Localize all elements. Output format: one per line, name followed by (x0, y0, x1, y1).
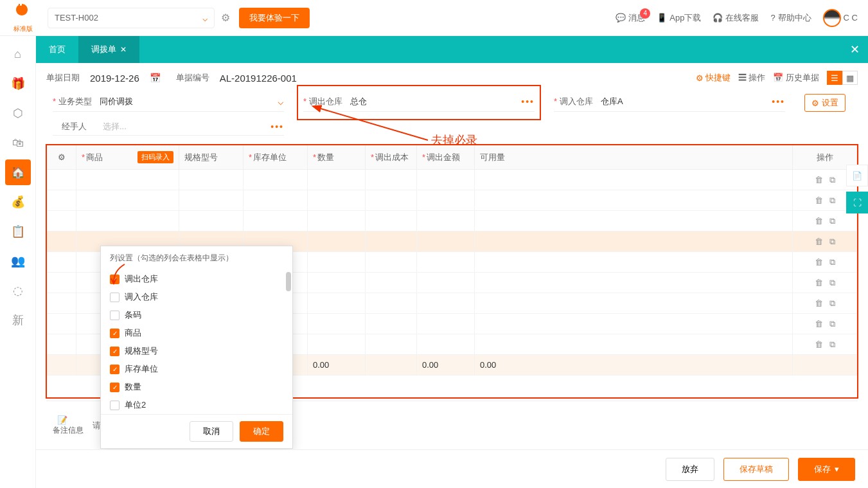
delete-icon[interactable]: 🗑 (815, 339, 823, 350)
user-menu[interactable]: C C (823, 9, 858, 27)
handler-field[interactable]: 经手人 选择... ••• (53, 121, 284, 136)
more-icon[interactable]: ••• (270, 122, 284, 132)
checkbox[interactable] (110, 311, 120, 320)
th-product-label: 商品 (86, 152, 103, 163)
delete-icon[interactable]: 🗑 (815, 216, 823, 226)
checkbox[interactable]: ✓ (110, 383, 120, 392)
delete-icon[interactable]: 🗑 (815, 195, 823, 206)
page-footer: 放弃 保存草稿 保存▾ (36, 449, 868, 488)
config-button[interactable]: ⚙设置 (804, 94, 846, 112)
messages-link[interactable]: 💬 消息 4 (616, 12, 645, 24)
delete-icon[interactable]: 🗑 (815, 237, 823, 247)
online-service-link[interactable]: 🎧 在线客服 (713, 12, 759, 24)
nav-finance-icon[interactable]: 💰 (5, 189, 31, 215)
remarks-label: 备注信息 (53, 425, 84, 436)
nav-report-icon[interactable]: 📋 (5, 219, 31, 244)
nav-home-icon[interactable]: ⌂ (5, 41, 31, 67)
column-option-label: 库存单位 (125, 363, 158, 375)
table-row[interactable]: 🗑⧉ (47, 170, 857, 190)
float-fullscreen-button[interactable]: ⛶ (846, 192, 868, 213)
biz-type-field[interactable]: * 业务类型 同价调拨 ⌵ (53, 94, 284, 112)
save-button[interactable]: 保存▾ (798, 458, 855, 481)
trial-button[interactable]: 我要体验一下 (239, 8, 310, 28)
copy-icon[interactable]: ⧉ (829, 319, 835, 329)
cancel-button[interactable]: 取消 (190, 421, 233, 442)
copy-icon[interactable]: ⧉ (829, 298, 835, 309)
view-list-button[interactable]: ☰ (827, 71, 842, 85)
column-option[interactable]: ✓商品 (110, 324, 283, 342)
copy-icon[interactable]: ⧉ (829, 278, 835, 288)
save-draft-button[interactable]: 保存草稿 (723, 458, 789, 481)
copy-icon[interactable]: ⧉ (829, 339, 835, 350)
popup-footer: 取消 确定 (101, 414, 292, 448)
checkbox[interactable]: ✓ (110, 365, 120, 374)
checkbox[interactable]: ✓ (110, 329, 120, 338)
popup-title: 列设置（勾选的列会在表格中显示） (101, 246, 292, 270)
gear-icon[interactable]: ⚙ (221, 12, 230, 24)
help-center-link[interactable]: ? 帮助中心 (770, 12, 811, 24)
tabs-close-all[interactable]: ✕ (841, 36, 868, 63)
column-option[interactable]: ✓库存单位 (110, 360, 283, 378)
nav-warehouse-icon[interactable]: 🏠 (5, 159, 31, 185)
table-row[interactable]: 🗑⧉ (47, 190, 857, 211)
doc-date-value[interactable]: 2019-12-26 (90, 73, 139, 84)
delete-icon[interactable]: 🗑 (815, 278, 823, 288)
checkbox[interactable] (110, 401, 120, 410)
more-icon[interactable]: ••• (772, 96, 785, 107)
org-selector[interactable]: TEST-H002 ⌵ (48, 8, 215, 28)
nav-sales-icon[interactable]: 🛍 (5, 130, 31, 156)
checkbox[interactable] (110, 293, 120, 302)
copy-icon[interactable]: ⧉ (829, 237, 835, 247)
popup-list[interactable]: ✓调出仓库调入仓库条码✓商品✓规格型号✓库存单位✓数量单位2 (101, 270, 292, 414)
in-warehouse-label: 调入仓库 (560, 96, 601, 107)
th-cost: *调出成本 (366, 145, 417, 169)
delete-icon[interactable]: 🗑 (815, 257, 823, 267)
tab-transfer[interactable]: 调拨单 ✕ (78, 36, 139, 63)
scan-button[interactable]: 扫码录入 (137, 151, 173, 163)
column-option[interactable]: ✓规格型号 (110, 342, 283, 360)
confirm-button[interactable]: 确定 (240, 421, 283, 442)
in-warehouse-field[interactable]: * 调入仓库 仓库A ••• (554, 94, 785, 112)
nav-gift-icon[interactable]: 🎁 (5, 71, 31, 96)
column-settings-button[interactable]: ⚙ (47, 145, 76, 169)
column-option[interactable]: ✓数量 (110, 378, 283, 396)
shortcut-link[interactable]: ⚙快捷键 (696, 72, 731, 84)
copy-icon[interactable]: ⧉ (829, 216, 835, 226)
close-icon[interactable]: ✕ (120, 45, 127, 54)
copy-icon[interactable]: ⧉ (829, 195, 835, 206)
column-option-label: 规格型号 (125, 345, 158, 357)
delete-icon[interactable]: 🗑 (815, 319, 823, 329)
nav-contacts-icon[interactable]: 👥 (5, 248, 31, 274)
header-right: 💬 消息 4 📱 App下载 🎧 在线客服 ? 帮助中心 C C (616, 9, 858, 27)
delete-icon[interactable]: 🗑 (815, 175, 823, 185)
footer-amount: 0.00 (417, 355, 475, 375)
calendar-icon[interactable]: 📅 (150, 73, 161, 83)
copy-icon[interactable]: ⧉ (829, 257, 835, 267)
column-option[interactable]: 条码 (110, 306, 283, 324)
column-option[interactable]: 单位2 (110, 396, 283, 414)
nav-purchase-icon[interactable]: ⬡ (5, 100, 31, 126)
table-row[interactable]: 🗑⧉ (47, 211, 857, 231)
column-option[interactable]: ✓调出仓库 (110, 270, 283, 288)
nav-new-icon[interactable]: 新 (5, 307, 31, 333)
delete-icon[interactable]: 🗑 (815, 298, 823, 309)
checkbox[interactable]: ✓ (110, 275, 120, 284)
app-download-link[interactable]: 📱 App下载 (657, 12, 701, 24)
column-option-label: 调出仓库 (125, 273, 158, 285)
checkbox[interactable]: ✓ (110, 347, 120, 356)
logo-edition: 标准版 (10, 24, 36, 33)
operate-link[interactable]: ☰ 操作 (738, 72, 766, 84)
tab-home[interactable]: 首页 (36, 36, 78, 63)
discard-button[interactable]: 放弃 (666, 458, 714, 481)
more-icon[interactable]: ••• (521, 96, 535, 107)
float-note-button[interactable]: 📄 (846, 165, 868, 186)
view-grid-button[interactable]: ▦ (842, 71, 858, 85)
copy-icon[interactable]: ⧉ (829, 175, 835, 185)
nav-settings-icon[interactable]: ◌ (5, 278, 31, 303)
headset-icon: 🎧 (713, 13, 723, 23)
out-warehouse-field[interactable]: * 调出仓库 总仓 ••• (303, 94, 535, 112)
column-option[interactable]: 调入仓库 (110, 288, 283, 306)
avatar (823, 9, 841, 27)
history-link[interactable]: 📅 历史单据 (773, 72, 819, 84)
scrollbar-thumb[interactable] (286, 272, 291, 291)
